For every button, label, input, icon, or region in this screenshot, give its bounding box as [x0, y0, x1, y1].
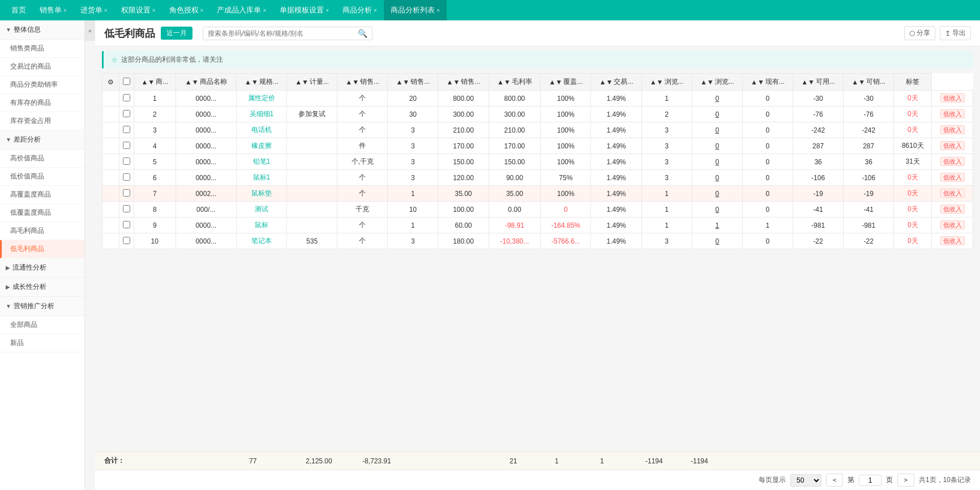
nav-close-templates[interactable]: ×	[326, 7, 329, 14]
sidebar-item-traded-goods[interactable]: 交易过的商品	[0, 58, 84, 76]
sidebar-item-low-margin[interactable]: 低毛利商品	[0, 240, 84, 258]
row-tag: 低收入	[932, 233, 973, 249]
row-checkbox[interactable]	[119, 233, 134, 249]
nav-close-permissions[interactable]: ×	[152, 7, 156, 14]
page-size-label: 每页显示	[759, 475, 786, 485]
row-name[interactable]: 鼠标垫	[236, 186, 286, 202]
row-checkbox[interactable]	[119, 106, 134, 122]
row-checkbox[interactable]	[119, 186, 134, 202]
search-icon: 🔍	[358, 29, 367, 38]
nav-permissions[interactable]: 权限设置 ×	[114, 0, 162, 20]
sidebar-group-marketing[interactable]: ▼ 营销推广分析	[0, 297, 84, 316]
page-size-select[interactable]: 50 100	[790, 474, 821, 487]
row-browse1[interactable]: 0	[692, 138, 742, 154]
filter-recent-month-btn[interactable]: 近一月	[161, 27, 192, 40]
nav-products[interactable]: 产成品入库单 ×	[210, 0, 273, 20]
row-tag: 低收入	[932, 106, 973, 122]
sidebar-item-stock-goods[interactable]: 有库存的商品	[0, 94, 84, 112]
row-name[interactable]: 测试	[236, 202, 286, 218]
search-input[interactable]	[208, 29, 358, 37]
sidebar-group-gap-analysis[interactable]: ▼ 差距分析	[0, 130, 84, 150]
sidebar-item-sales-goods[interactable]: 销售类商品	[0, 40, 84, 58]
row-spec	[287, 91, 337, 106]
row-name[interactable]: 鼠标	[236, 218, 286, 233]
sidebar-item-low-value[interactable]: 低价值商品	[0, 168, 84, 186]
col-settings[interactable]: ⚙	[102, 74, 119, 91]
sidebar-item-low-coverage[interactable]: 低覆盖度商品	[0, 204, 84, 222]
row-trade: 1	[641, 218, 692, 233]
nav-analysis[interactable]: 商品分析 ×	[336, 0, 384, 20]
row-name[interactable]: 鼠标1	[236, 170, 286, 186]
nav-purchase[interactable]: 进货单 ×	[74, 0, 114, 20]
nav-close-analysis[interactable]: ×	[374, 7, 377, 14]
row-unit: 个	[337, 91, 388, 106]
row-checkbox[interactable]	[119, 91, 134, 106]
row-browse1[interactable]: 0	[692, 233, 742, 249]
nav-close-products[interactable]: ×	[263, 7, 266, 14]
row-sellable: 0天	[894, 91, 932, 106]
sidebar-item-new-goods[interactable]: 新品	[0, 334, 84, 352]
page-number-input[interactable]	[859, 475, 881, 486]
sidebar-item-high-margin[interactable]: 高毛利商品	[0, 222, 84, 240]
row-browse1[interactable]: 0	[692, 202, 742, 218]
sidebar-item-category-rate[interactable]: 商品分类助销率	[0, 76, 84, 94]
col-sellable: ▲▼可销...	[844, 74, 894, 91]
row-sellable: 0天	[894, 233, 932, 249]
row-browse1[interactable]: 0	[692, 154, 742, 170]
nav-close-analysis-list[interactable]: ×	[436, 7, 440, 14]
row-browse1[interactable]: 0	[692, 91, 742, 106]
row-current: -41	[793, 202, 843, 218]
row-checkbox[interactable]	[119, 170, 134, 186]
nav-close-sales[interactable]: ×	[63, 7, 67, 14]
row-name[interactable]: 吴细细1	[236, 106, 286, 122]
row-gross-rate: 1.49%	[591, 154, 641, 170]
sidebar-group-liquidity[interactable]: ▶ 流通性分析	[0, 258, 84, 278]
export-btn[interactable]: ↥ 导出	[940, 26, 971, 40]
nav-analysis-list[interactable]: 商品分析列表 ×	[384, 0, 447, 20]
row-name[interactable]: 属性定价	[236, 91, 286, 106]
sidebar-item-all-goods[interactable]: 全部商品	[0, 316, 84, 334]
sidebar-collapse-btn[interactable]: «	[85, 20, 95, 41]
row-name[interactable]: 笔记本	[236, 233, 286, 249]
row-browse2: 1	[742, 218, 793, 233]
search-box: 🔍	[203, 27, 373, 40]
row-browse1[interactable]: 0	[692, 186, 742, 202]
row-name[interactable]: 橡皮擦	[236, 138, 286, 154]
nav-templates[interactable]: 单据模板设置 ×	[273, 0, 336, 20]
row-unit: 千克	[337, 202, 388, 218]
row-num: 5	[134, 154, 176, 170]
row-browse1[interactable]: 0	[692, 170, 742, 186]
row-browse1[interactable]: 0	[692, 106, 742, 122]
nav-close-roles[interactable]: ×	[200, 7, 204, 14]
row-checkbox[interactable]	[119, 154, 134, 170]
row-name[interactable]: 铅笔1	[236, 154, 286, 170]
share-btn[interactable]: ⬡ 分享	[904, 26, 935, 40]
row-browse1[interactable]: 1	[692, 218, 742, 233]
row-checkbox[interactable]	[119, 218, 134, 233]
sidebar-group-overview[interactable]: ▼ 整体信息	[0, 20, 84, 40]
row-checkbox[interactable]	[119, 138, 134, 154]
nav-close-purchase[interactable]: ×	[104, 7, 108, 14]
table-row: 10 0000... 笔记本 535 个 3 180.00 -10,380...…	[102, 233, 973, 249]
prev-page-btn[interactable]: ＜	[826, 474, 843, 487]
col-checkbox[interactable]	[119, 74, 134, 91]
row-profit-rate: 100%	[541, 186, 591, 202]
sidebar-group-growth[interactable]: ▶ 成长性分析	[0, 278, 84, 297]
table-row: 6 0000... 鼠标1 个 3 120.00 90.00 75% 1.49%…	[102, 170, 973, 186]
row-profit-rate: 100%	[541, 122, 591, 138]
row-num: 7	[134, 186, 176, 202]
row-checkbox[interactable]	[119, 122, 134, 138]
nav-roles[interactable]: 角色授权 ×	[162, 0, 211, 20]
row-browse1[interactable]: 0	[692, 122, 742, 138]
row-name[interactable]: 电话机	[236, 122, 286, 138]
sidebar-item-high-coverage[interactable]: 高覆盖度商品	[0, 186, 84, 204]
nav-home[interactable]: 首页	[5, 0, 33, 20]
row-profit-rate: 0	[541, 202, 591, 218]
sidebar-item-stock-capital[interactable]: 库存资金占用	[0, 112, 84, 130]
row-spec	[287, 202, 337, 218]
nav-sales[interactable]: 销售单 ×	[33, 0, 74, 20]
row-checkbox[interactable]	[119, 202, 134, 218]
select-all-checkbox[interactable]	[123, 78, 130, 85]
sidebar-item-high-value[interactable]: 高价值商品	[0, 150, 84, 168]
next-page-btn[interactable]: ＞	[897, 474, 914, 487]
